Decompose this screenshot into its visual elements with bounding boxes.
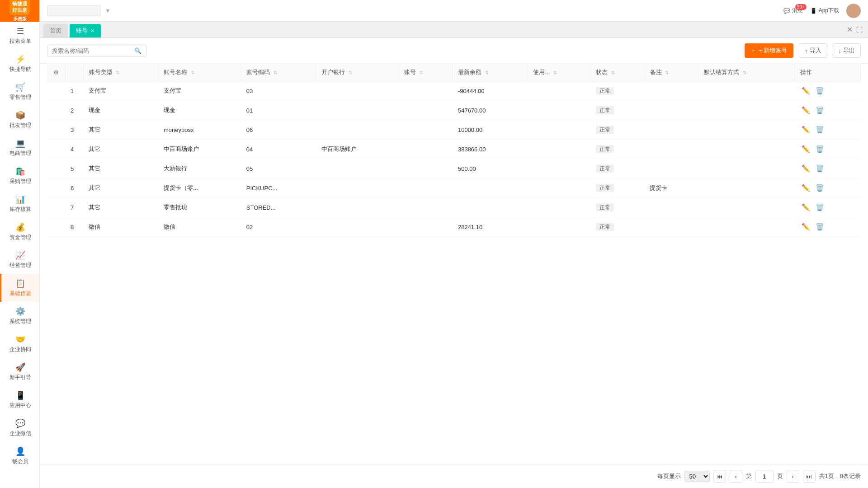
page-last-button[interactable]: ⏭ [803, 470, 816, 483]
col-num [65, 64, 83, 81]
search-input[interactable] [52, 47, 132, 54]
add-account-button[interactable]: ＋ + 新增账号 [745, 43, 793, 58]
cell-name: 大新银行 [158, 159, 241, 178]
sidebar-item-wholesale-mgmt[interactable]: 📦 批发管理 [0, 106, 39, 134]
delete-button[interactable]: 🗑️ [814, 164, 826, 174]
status-badge: 正常 [596, 203, 614, 211]
edit-button[interactable]: ✏️ [800, 105, 812, 115]
topbar-dropdown-icon[interactable]: ▼ [105, 7, 111, 14]
sidebar-item-guide[interactable]: 🚀 新手引导 [0, 358, 39, 386]
edit-button[interactable]: ✏️ [800, 222, 812, 232]
sidebar-item-basic-info[interactable]: 📋 基础信息 [0, 274, 39, 302]
toolbar-right: ＋ + 新增账号 ↑ 导入 ↓ 导出 [745, 43, 861, 58]
page-prev-button[interactable]: ‹ [730, 470, 742, 483]
cell-num: 7 [65, 198, 83, 217]
cell-bank [316, 198, 399, 217]
edit-button[interactable]: ✏️ [800, 86, 812, 96]
tab-maximize-icon[interactable]: ⛶ [856, 26, 863, 33]
finance-icon: 💰 [15, 222, 25, 232]
sidebar-item-quick-nav[interactable]: ⚡ 快捷导航 [0, 50, 39, 78]
col-balance[interactable]: 最新余额 ⇅ [453, 64, 528, 81]
sidebar-item-finance-mgmt[interactable]: 💰 资金管理 [0, 218, 39, 246]
cell-account [399, 217, 453, 237]
cell-num: 2 [65, 101, 83, 120]
col-bank[interactable]: 开户银行 ⇅ [316, 64, 399, 81]
cell-name: 微信 [158, 217, 241, 237]
sidebar-item-app-center[interactable]: 📱 应用中心 [0, 386, 39, 414]
page-input[interactable] [755, 470, 774, 483]
sidebar-item-label: 电商管理 [9, 150, 31, 157]
cell-status: 正常 [590, 217, 644, 237]
cell-name: moneybosx [158, 120, 241, 140]
tab-close-icon[interactable]: ✕ [90, 28, 94, 34]
logo-icon: 畅捷通好生意 [9, 0, 30, 15]
sidebar-item-retail-mgmt[interactable]: 🛒 零售管理 [0, 78, 39, 106]
cell-action: ✏️ 🗑️ [794, 198, 860, 217]
sidebar-item-label: 基础信息 [9, 290, 31, 297]
user-avatar[interactable] [846, 4, 861, 18]
cell-type: 微信 [83, 217, 158, 237]
cell-num: 4 [65, 140, 83, 159]
cell-account [399, 81, 453, 101]
edit-button[interactable]: ✏️ [800, 125, 812, 135]
col-default-pay[interactable]: 默认结算方式 ⇅ [698, 64, 795, 81]
sidebar-item-enterprise[interactable]: 🤝 企业协同 [0, 330, 39, 358]
message-button[interactable]: 💬 消息 99+ [783, 7, 803, 14]
delete-button[interactable]: 🗑️ [814, 202, 826, 212]
table-row: 8 微信 微信 02 28241.10 正常 ✏️ 🗑️ [47, 217, 861, 237]
sidebar-item-label: 快捷导航 [9, 66, 31, 73]
col-remark[interactable]: 备注 ⇅ [644, 64, 698, 81]
col-gear[interactable]: ⚙ [47, 64, 65, 81]
cell-code: 03 [241, 81, 316, 101]
edit-button[interactable]: ✏️ [800, 202, 812, 212]
tab-account[interactable]: 账号 ✕ [70, 24, 101, 38]
edit-button[interactable]: ✏️ [800, 183, 812, 193]
sidebar-item-sys-mgmt[interactable]: ⚙️ 系统管理 [0, 302, 39, 330]
tab-close-all-icon[interactable]: ✕ [847, 25, 853, 34]
cell-num: 3 [65, 120, 83, 140]
delete-button[interactable]: 🗑️ [814, 222, 826, 232]
sidebar-item-label: 系统管理 [9, 318, 31, 325]
col-status[interactable]: 状态 ⇅ [590, 64, 644, 81]
cell-name: 提货卡（零... [158, 178, 241, 198]
table-row: 5 其它 大新银行 05 500.00 正常 ✏️ 🗑️ [47, 159, 861, 178]
cell-usage [528, 140, 590, 159]
col-type[interactable]: 账号类型 ⇅ [83, 64, 158, 81]
delete-button[interactable]: 🗑️ [814, 86, 826, 96]
search-icon[interactable]: 🔍 [134, 47, 142, 54]
col-name[interactable]: 账号名称 ⇅ [158, 64, 241, 81]
edit-button[interactable]: ✏️ [800, 164, 812, 174]
col-account[interactable]: 账号 ⇅ [399, 64, 453, 81]
sidebar-item-inventory[interactable]: 📊 库存核算 [0, 190, 39, 218]
cell-balance [453, 198, 528, 217]
export-button[interactable]: ↓ 导出 [833, 43, 861, 58]
col-usage[interactable]: 使用... ⇅ [528, 64, 590, 81]
page-size-select[interactable]: 50 20 100 [684, 471, 710, 482]
cell-name: 中百商场账户 [158, 140, 241, 159]
sidebar-item-wechat-biz[interactable]: 💬 企业微信 [0, 414, 39, 442]
sidebar-item-label: 批发管理 [9, 122, 31, 129]
import-button[interactable]: ↑ 导入 [799, 43, 827, 58]
status-badge: 正常 [596, 106, 614, 114]
cell-action: ✏️ 🗑️ [794, 81, 860, 101]
delete-button[interactable]: 🗑️ [814, 105, 826, 115]
sidebar-item-purchase-mgmt[interactable]: 🛍️ 采购管理 [0, 162, 39, 190]
delete-button[interactable]: 🗑️ [814, 144, 826, 154]
menu-icon: ☰ [17, 26, 24, 36]
cell-account [399, 140, 453, 159]
edit-button[interactable]: ✏️ [800, 144, 812, 154]
topbar-search-input[interactable] [47, 5, 101, 16]
cell-action: ✏️ 🗑️ [794, 178, 860, 198]
sidebar-item-ops-mgmt[interactable]: 📈 经营管理 [0, 246, 39, 274]
delete-button[interactable]: 🗑️ [814, 125, 826, 135]
table-row: 4 其它 中百商场账户 04 中百商场账户 383866.00 正常 ✏️ 🗑️ [47, 140, 861, 159]
col-code[interactable]: 账号编码 ⇅ [241, 64, 316, 81]
page-first-button[interactable]: ⏮ [713, 470, 726, 483]
page-next-button[interactable]: › [787, 470, 799, 483]
sidebar-item-member[interactable]: 👤 畅会员 [0, 442, 39, 470]
sidebar-item-ecom-mgmt[interactable]: 💻 电商管理 [0, 134, 39, 162]
app-download-button[interactable]: 📱 App下载 [810, 7, 839, 14]
delete-button[interactable]: 🗑️ [814, 183, 826, 193]
sidebar-item-search-menu[interactable]: ☰ 搜索菜单 [0, 22, 39, 50]
tab-home[interactable]: 首页 [43, 24, 68, 38]
